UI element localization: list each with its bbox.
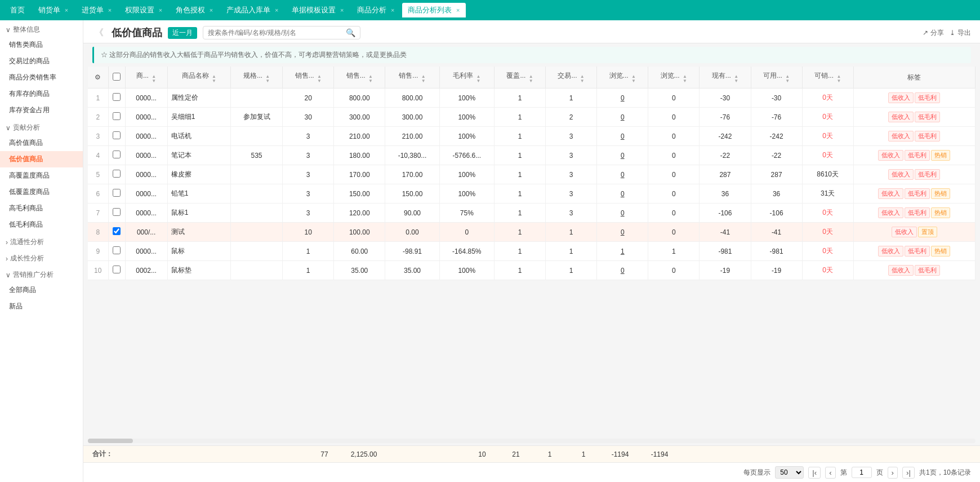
col-settings[interactable]: ⚙	[88, 67, 108, 89]
export-button[interactable]: ⤓ 导出	[950, 28, 971, 38]
sidebar-item-capital[interactable]: 库存资金占用	[0, 102, 83, 118]
nav-item-sales[interactable]: 销货单 ×	[33, 3, 74, 17]
sidebar-item-low-coverage[interactable]: 低覆盖度商品	[0, 184, 83, 200]
row-browse1[interactable]: 0	[597, 127, 648, 146]
last-page-btn[interactable]: ›|	[902, 467, 915, 479]
browse1-link[interactable]: 0	[621, 171, 625, 179]
search-input[interactable]	[208, 29, 344, 37]
row-checkbox[interactable]	[113, 227, 121, 235]
horizontal-scrollbar[interactable]	[88, 439, 975, 443]
col-sales-qty[interactable]: 销售... ▲▼	[283, 67, 334, 89]
row-checkbox[interactable]	[113, 112, 121, 120]
sidebar-item-all-products[interactable]: 全部商品	[0, 282, 83, 298]
col-available-stock[interactable]: 可用... ▲▼	[751, 67, 802, 89]
sidebar-item-high-coverage[interactable]: 高覆盖度商品	[0, 167, 83, 184]
nav-item-analysis-list[interactable]: 商品分析列表 ×	[402, 3, 465, 17]
row-checkbox[interactable]	[113, 93, 121, 101]
row-checkbox-cell[interactable]	[108, 108, 125, 127]
sidebar-item-low-value[interactable]: 低价值商品	[0, 151, 83, 167]
close-icon[interactable]: ×	[456, 7, 460, 14]
page-input[interactable]	[852, 467, 872, 478]
scrollbar-thumb[interactable]	[88, 439, 133, 443]
nav-item-home[interactable]: 首页	[5, 3, 30, 17]
sidebar-item-high-margin[interactable]: 高毛利商品	[0, 200, 83, 216]
browse1-link[interactable]: 0	[621, 132, 625, 140]
row-checkbox-cell[interactable]	[108, 127, 125, 146]
browse1-link[interactable]: 1	[621, 247, 625, 255]
share-button[interactable]: ↗ 分享	[923, 28, 944, 38]
col-name[interactable]: 商品名称 ▲▼	[167, 67, 230, 89]
row-browse1[interactable]: 0	[597, 89, 648, 108]
browse1-link[interactable]: 0	[621, 209, 625, 217]
row-checkbox-cell[interactable]	[108, 165, 125, 184]
col-sales-price[interactable]: 销售... ▲▼	[385, 67, 439, 89]
row-browse1[interactable]: 0	[597, 223, 648, 242]
row-browse1[interactable]: 1	[597, 242, 648, 261]
browse1-link[interactable]: 0	[621, 152, 625, 160]
row-browse1[interactable]: 0	[597, 184, 648, 204]
close-icon[interactable]: ×	[159, 7, 162, 14]
select-all-checkbox[interactable]	[113, 73, 121, 81]
nav-item-product[interactable]: 产成品入库单 ×	[221, 3, 284, 17]
sidebar-item-traded-products[interactable]: 交易过的商品	[0, 53, 83, 69]
col-sellable-stock[interactable]: 可销... ▲▼	[802, 67, 853, 89]
col-checkbox[interactable]	[108, 67, 125, 89]
row-checkbox-cell[interactable]	[108, 261, 125, 280]
sidebar-group-overall[interactable]: ∨ 整体信息	[0, 20, 83, 37]
col-current-stock[interactable]: 现有... ▲▼	[700, 67, 751, 89]
col-gross-rate[interactable]: 毛利率 ▲▼	[439, 67, 494, 89]
table-container[interactable]: ⚙ 商... ▲▼ 商品名称 ▲▼ 规格... ▲▼ 销售... ▲▼ 销售..…	[83, 67, 980, 439]
prev-page-btn[interactable]: ‹	[825, 467, 835, 479]
close-icon[interactable]: ×	[340, 7, 344, 14]
row-checkbox[interactable]	[113, 131, 121, 139]
sidebar-item-high-value[interactable]: 高价值商品	[0, 135, 83, 151]
row-checkbox[interactable]	[113, 151, 121, 158]
close-icon[interactable]: ×	[210, 7, 213, 14]
sidebar-item-low-margin[interactable]: 低毛利商品	[0, 216, 83, 233]
row-checkbox[interactable]	[113, 189, 121, 197]
row-checkbox-cell[interactable]	[108, 242, 125, 261]
search-icon[interactable]: 🔍	[346, 28, 355, 37]
row-browse1[interactable]: 0	[597, 261, 648, 280]
settings-icon[interactable]: ⚙	[95, 73, 101, 81]
next-page-btn[interactable]: ›	[888, 467, 898, 479]
browse1-link[interactable]: 0	[621, 267, 625, 275]
close-icon[interactable]: ×	[275, 7, 278, 14]
row-checkbox-cell[interactable]	[108, 184, 125, 204]
nav-item-permission[interactable]: 权限设置 ×	[119, 3, 168, 17]
row-browse1[interactable]: 0	[597, 146, 648, 165]
col-code[interactable]: 商... ▲▼	[125, 67, 167, 89]
collapse-sidebar-btn[interactable]: 《	[92, 27, 106, 39]
col-browse1[interactable]: 浏览... ▲▼	[597, 67, 648, 89]
sidebar-item-sales-products[interactable]: 销售类商品	[0, 37, 83, 53]
browse1-link[interactable]: 0	[621, 113, 625, 121]
row-checkbox[interactable]	[113, 170, 121, 178]
first-page-btn[interactable]: |‹	[808, 467, 821, 479]
nav-item-role[interactable]: 角色授权 ×	[170, 3, 219, 17]
col-trade[interactable]: 交易... ▲▼	[546, 67, 597, 89]
sidebar-item-stocked[interactable]: 有库存的商品	[0, 86, 83, 102]
browse1-link[interactable]: 0	[621, 228, 625, 236]
row-checkbox-cell[interactable]	[108, 146, 125, 165]
row-browse1[interactable]: 0	[597, 204, 648, 223]
sidebar-item-category-sales[interactable]: 商品分类销售率	[0, 69, 83, 86]
filter-tag-month[interactable]: 近一月	[168, 27, 197, 39]
row-checkbox-cell[interactable]	[108, 223, 125, 242]
col-sales-amount[interactable]: 销售... ▲▼	[334, 67, 385, 89]
close-icon[interactable]: ×	[391, 7, 394, 14]
sidebar-group-contribution[interactable]: ∨ 贡献分析	[0, 118, 83, 135]
row-checkbox[interactable]	[113, 266, 121, 273]
row-checkbox[interactable]	[113, 208, 121, 216]
row-checkbox[interactable]	[113, 246, 121, 254]
browse1-link[interactable]: 0	[621, 190, 625, 198]
nav-item-purchase[interactable]: 进货单 ×	[76, 3, 117, 17]
row-checkbox-cell[interactable]	[108, 89, 125, 108]
sidebar-group-circulation[interactable]: › 流通性分析	[0, 233, 83, 249]
close-icon[interactable]: ×	[65, 7, 68, 14]
sidebar-item-new-products[interactable]: 新品	[0, 298, 83, 315]
close-icon[interactable]: ×	[108, 7, 112, 14]
per-page-select[interactable]: 50 100 200	[775, 466, 804, 479]
col-coverage[interactable]: 覆盖... ▲▼	[494, 67, 545, 89]
row-browse1[interactable]: 0	[597, 108, 648, 127]
row-checkbox-cell[interactable]	[108, 204, 125, 223]
